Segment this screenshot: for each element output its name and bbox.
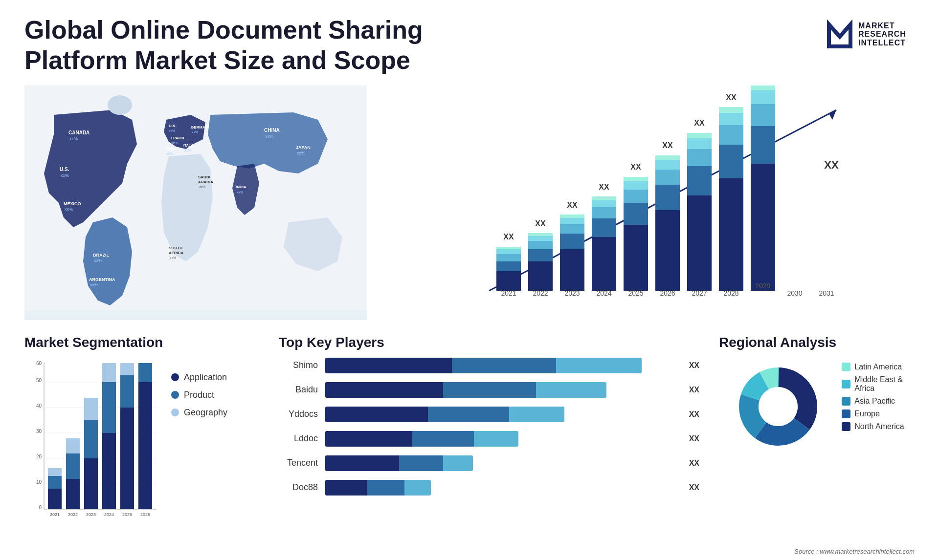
svg-text:30: 30 [36,429,42,434]
bottom-section: Market Segmentation 0 10 20 30 40 50 60 [24,335,915,560]
player-label-baidu: XX [689,386,699,394]
svg-text:XX: XX [726,93,737,102]
svg-text:XX: XX [503,233,514,241]
player-label-yddocs: XX [689,410,699,419]
svg-text:2028: 2028 [723,289,738,297]
svg-rect-72 [624,177,648,181]
svg-text:2021: 2021 [501,289,516,297]
growth-chart-section: XX 2021 XX 2022 XX 2023 [386,86,915,320]
svg-text:2025: 2025 [628,289,643,297]
svg-text:XX: XX [630,163,641,171]
svg-text:ARABIA: ARABIA [198,180,213,184]
legend-dot-product [171,391,179,399]
player-row-tencent: Tencent XX [279,455,699,471]
logo-area: MARKET RESEARCH INTELLECT [827,15,915,54]
svg-rect-77 [655,170,680,185]
player-row-lddoc: Lddoc XX [279,431,699,447]
svg-rect-134 [102,363,116,382]
legend-label-geography: Geography [184,408,227,418]
svg-text:0: 0 [39,505,42,510]
svg-rect-43 [496,249,521,254]
svg-rect-70 [624,190,648,203]
player-bar-doc88 [325,480,677,495]
svg-text:CANADA: CANADA [68,130,89,135]
legend-dot-geography [171,409,179,416]
svg-rect-79 [655,155,680,160]
legend-label-mea: Middle East &Africa [854,375,903,393]
svg-text:40: 40 [36,403,42,409]
svg-rect-129 [84,420,98,458]
svg-text:2030: 2030 [787,289,802,297]
svg-rect-54 [560,249,584,291]
svg-text:XX: XX [535,219,546,228]
svg-rect-92 [719,113,743,125]
svg-text:xx%: xx% [94,258,102,263]
svg-text:AFRICA: AFRICA [169,251,183,255]
legend-label-latin-america: Latin America [854,363,902,371]
svg-text:2027: 2027 [692,289,707,297]
page-title: Global Online Document Sharing Platform … [24,15,465,76]
svg-text:2031: 2031 [819,289,834,297]
svg-text:XX: XX [599,183,609,191]
svg-rect-64 [592,200,616,207]
svg-text:XX: XX [824,159,839,171]
svg-text:2023: 2023 [86,512,96,517]
svg-rect-55 [560,234,584,249]
svg-marker-0 [829,24,850,46]
svg-text:2026: 2026 [140,512,150,517]
svg-text:INDIA: INDIA [236,185,246,189]
svg-rect-120 [48,489,62,509]
svg-rect-50 [528,236,553,241]
player-name-shimo: Shimo [279,360,318,370]
svg-rect-138 [120,363,134,375]
top-section: CANADA xx% U.S. xx% MEXICO xx% BRAZIL xx… [24,86,915,320]
svg-text:20: 20 [36,454,42,459]
player-label-lddoc: XX [689,434,699,443]
svg-rect-68 [624,225,648,291]
svg-text:xx%: xx% [169,129,175,132]
svg-point-4 [108,95,132,115]
svg-text:xx%: xx% [192,130,198,134]
svg-rect-91 [719,125,743,145]
svg-text:GERMANY: GERMANY [191,125,211,129]
svg-rect-99 [751,90,775,104]
svg-text:50: 50 [36,378,42,383]
map-section: CANADA xx% U.S. xx% MEXICO xx% BRAZIL xx… [24,86,367,320]
svg-rect-71 [624,181,648,190]
svg-rect-97 [751,126,775,164]
legend-geography: Geography [171,408,227,418]
svg-text:xx%: xx% [170,256,176,259]
logo-line2: RESEARCH [858,30,906,39]
legend-label-europe: Europe [854,409,880,418]
legend-apac: Asia Pacific [842,397,904,406]
logo-line3: INTELLECT [858,39,906,47]
svg-text:FRANCE: FRANCE [171,136,185,140]
segmentation-chart-wrapper: 0 10 20 30 40 50 60 [24,358,259,534]
svg-rect-90 [719,145,743,178]
svg-rect-126 [66,438,80,453]
segmentation-section: Market Segmentation 0 10 20 30 40 50 60 [24,335,259,560]
player-row-shimo: Shimo XX [279,358,699,373]
svg-text:xx%: xx% [61,173,69,178]
svg-text:XX: XX [694,119,705,127]
svg-rect-93 [719,107,743,113]
svg-text:BRAZIL: BRAZIL [93,253,109,258]
svg-text:2029: 2029 [755,282,770,290]
svg-rect-44 [496,247,521,249]
legend-latin-america: Latin America [842,363,904,371]
svg-rect-137 [120,375,134,408]
regional-section: Regional Analysis [719,335,915,560]
legend-color-mea [842,380,850,388]
player-bar-tencent [325,455,677,471]
svg-rect-65 [592,196,616,200]
svg-text:2023: 2023 [564,289,580,297]
legend-label-application: Application [184,372,227,383]
segmentation-title: Market Segmentation [24,335,259,350]
logo-icon [827,20,853,49]
svg-rect-57 [560,218,584,224]
svg-rect-98 [751,104,775,126]
legend-dot-application [171,373,179,381]
logo-box: MARKET RESEARCH INTELLECT [827,15,915,54]
svg-rect-133 [102,382,116,433]
svg-text:xx%: xx% [237,191,243,194]
